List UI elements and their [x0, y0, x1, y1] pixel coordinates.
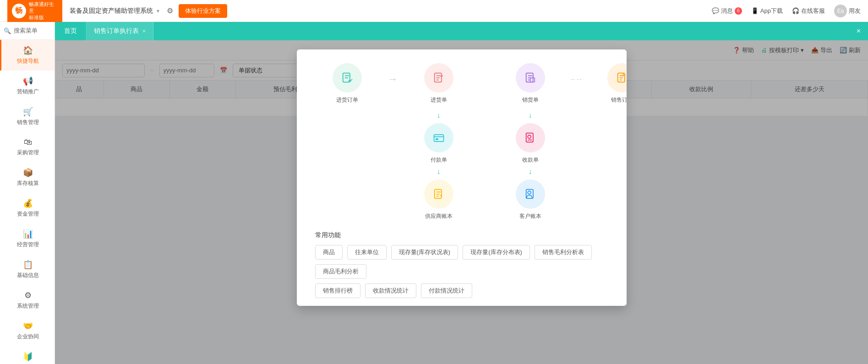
flow-item-supplier-account[interactable]: 供应商账本 — [407, 179, 471, 220]
system-dropdown-icon[interactable]: ▾ — [157, 8, 159, 14]
message-badge: 6 — [735, 7, 742, 15]
main-layout: 🔍 搜索菜单 🏠 快捷导航 📢 营销推广 🛒 销售管理 🛍 采购管理 📦 库存核… — [0, 22, 868, 364]
sidebar-item-quick-nav[interactable]: 🏠 快捷导航 — [0, 40, 55, 71]
arrow-po-to-pb: → — [379, 73, 407, 94]
basic-info-icon: 📋 — [23, 260, 33, 270]
top-header: 畅 畅康通好生意 标准版 装备及固定资产辅助管理系统 ▾ ⚙ 体验行业方案 💬 … — [0, 0, 868, 22]
tab-close-icon[interactable]: × — [142, 28, 146, 34]
sidebar-item-inventory[interactable]: 📦 库存核算 — [0, 162, 55, 193]
app-download-button[interactable]: 📱 App下载 — [751, 7, 783, 15]
system-icon: ⚙ — [24, 290, 32, 300]
flow-item-purchase-order[interactable]: 进货订单 — [315, 63, 379, 104]
newbie-icon: 🔰 — [23, 352, 33, 362]
receipt-icon — [516, 123, 545, 152]
sidebar-item-sales[interactable]: 🛒 销售管理 — [0, 101, 55, 132]
app-download-icon: 📱 — [751, 7, 759, 14]
svg-rect-5 — [434, 135, 443, 141]
logo-area: 畅 畅康通好生意 标准版 — [7, 0, 62, 22]
sidebar-item-system[interactable]: ⚙ 系统管理 — [0, 285, 55, 315]
sales-order-label: 销售订单 — [611, 96, 627, 104]
sidebar-item-marketing[interactable]: 📢 营销推广 — [0, 71, 55, 101]
online-service-button[interactable]: 🎧 在线客服 — [792, 7, 825, 15]
modal-overlay[interactable]: 进货订单 → 进货单 — [55, 40, 868, 364]
func-btn-3[interactable]: 现存量(库存分布表) — [463, 245, 530, 260]
sidebar-search[interactable]: 🔍 搜索菜单 — [0, 22, 55, 40]
tab-close-button[interactable]: × — [857, 27, 861, 35]
svg-rect-7 — [526, 133, 533, 142]
arrow-pay-down: ↓ — [407, 168, 471, 176]
func-btn-7[interactable]: 收款情况统计 — [365, 283, 416, 298]
purchase-order-icon — [333, 63, 362, 92]
sales-icon: 🛒 — [23, 107, 33, 117]
common-functions: 常用功能 商品 往来单位 现存量(库存状况表) 现存量(库存分布表) 销售毛利分… — [315, 231, 608, 298]
modal: 进货订单 → 进货单 — [297, 49, 627, 306]
svg-point-11 — [528, 191, 531, 194]
customer-account-label: 客户账本 — [519, 212, 541, 220]
sidebar-item-purchase[interactable]: 🛍 采购管理 — [0, 132, 55, 162]
flow-item-payment[interactable]: 付款单 — [407, 123, 471, 164]
sidebar-item-finance[interactable]: 💰 资金管理 — [0, 193, 55, 223]
purchase-icon: 🛍 — [24, 137, 32, 147]
purchase-bill-label: 进货单 — [431, 96, 447, 104]
message-button[interactable]: 💬 消息 6 — [712, 7, 742, 15]
system-title: 装备及固定资产辅助管理系统 ▾ ⚙ — [70, 6, 173, 15]
svg-rect-3 — [530, 78, 535, 82]
message-icon: 💬 — [712, 7, 719, 14]
payment-label: 付款单 — [431, 156, 447, 164]
sidebar: 🔍 搜索菜单 🏠 快捷导航 📢 营销推广 🛒 销售管理 🛍 采购管理 📦 库存核… — [0, 22, 55, 364]
marketing-icon: 📢 — [23, 76, 33, 86]
flow-item-sales-order[interactable]: 销售订单 — [590, 63, 627, 104]
finance-icon: 💰 — [23, 198, 33, 208]
flow-item-customer-account[interactable]: 客户账本 — [498, 179, 562, 220]
common-title: 常用功能 — [315, 231, 608, 239]
avatar: Ea — [834, 5, 847, 17]
function-buttons: 商品 往来单位 现存量(库存状况表) 现存量(库存分布表) 销售毛利分析表 商品… — [315, 245, 608, 279]
logo-text: 畅康通好生意 标准版 — [29, 1, 58, 21]
func-btn-5[interactable]: 商品毛利分析 — [315, 264, 366, 279]
sidebar-item-newbie[interactable]: 🔰 新手引导 — [0, 346, 55, 364]
modal-content: 进货订单 → 进货单 — [297, 49, 627, 306]
logo-icon: 畅 — [12, 4, 26, 18]
supplier-account-icon — [424, 179, 453, 209]
sidebar-item-enterprise[interactable]: 🤝 企业协同 — [0, 315, 55, 346]
content-area: 首页 销售订单执行表 × × ❓ 帮助 🖨 按模板打印 ▾ — [55, 22, 868, 364]
tab-sales-order[interactable]: 销售订单执行表 × — [87, 22, 153, 40]
purchase-order-label: 进货订单 — [336, 96, 358, 104]
receipt-label: 收款单 — [522, 156, 539, 164]
svg-rect-6 — [436, 138, 438, 140]
svg-point-8 — [528, 135, 531, 138]
user-menu[interactable]: Ea 用友 — [834, 5, 861, 17]
func-btn-0[interactable]: 商品 — [315, 245, 343, 260]
arrow-sb-down: ↓ — [498, 111, 562, 120]
spacer1 — [471, 79, 498, 88]
sidebar-item-operations[interactable]: 📊 经营管理 — [0, 223, 55, 254]
func-btn-2[interactable]: 现存量(库存状况表) — [391, 245, 459, 260]
settings-icon[interactable]: ⚙ — [167, 6, 173, 15]
tab-home[interactable]: 首页 — [55, 22, 87, 40]
function-buttons-row2: 销售排行榜 收款情况统计 付款情况统计 — [315, 283, 608, 298]
customer-account-icon — [516, 179, 545, 209]
tab-bar: 首页 销售订单执行表 × × — [55, 22, 868, 40]
headset-icon: 🎧 — [792, 7, 799, 14]
func-btn-4[interactable]: 销售毛利分析表 — [535, 245, 592, 260]
flow-item-receipt[interactable]: 收款单 — [498, 123, 562, 164]
func-btn-6[interactable]: 销售排行榜 — [315, 283, 360, 298]
sales-order-icon — [607, 63, 627, 92]
inventory-icon: 📦 — [23, 168, 33, 178]
search-icon: 🔍 — [4, 27, 11, 34]
sidebar-item-basic-info[interactable]: 📋 基础信息 — [0, 254, 55, 285]
sales-bill-icon — [516, 63, 545, 92]
flow-item-sales-bill[interactable]: 销货单 — [498, 63, 562, 104]
trial-button[interactable]: 体验行业方案 — [179, 4, 227, 18]
func-btn-1[interactable]: 往来单位 — [347, 245, 387, 260]
arrow-rec-down: ↓ — [498, 168, 562, 176]
operations-icon: 📊 — [23, 229, 33, 239]
page-content: ❓ 帮助 🖨 按模板打印 ▾ 📤 导出 🔄 刷新 — [55, 40, 868, 364]
flow-item-purchase-bill[interactable]: 进货单 — [407, 63, 471, 104]
arrow-so-to-sb: ←-- — [562, 76, 590, 92]
func-btn-8[interactable]: 付款情况统计 — [421, 283, 472, 298]
arrow-pb-down: ↓ — [407, 111, 471, 120]
quick-nav-icon: 🏠 — [23, 45, 33, 55]
payment-icon — [424, 123, 453, 152]
header-right: 💬 消息 6 📱 App下载 🎧 在线客服 Ea 用友 — [712, 5, 861, 17]
